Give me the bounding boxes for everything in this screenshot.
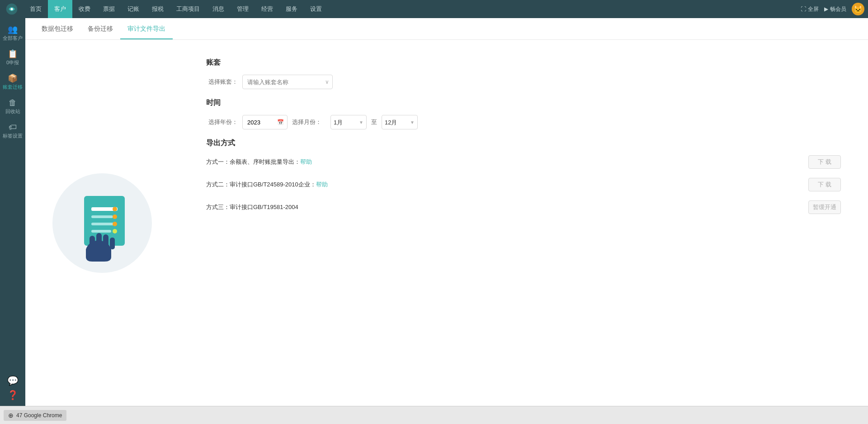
nav-customer[interactable]: 客户 bbox=[48, 0, 72, 18]
end-month-select[interactable]: 1月2月3月4月 5月6月7月8月 9月10月11月12月 bbox=[382, 115, 418, 129]
help-icon[interactable]: ❓ bbox=[7, 390, 19, 400]
main-layout: 👥 全部客户 📋 0申报 📦 账套迁移 🗑 回收站 🏷 标签设置 💬 ❓ 数据包… bbox=[0, 18, 868, 406]
account-select-wrapper: ∨ bbox=[242, 75, 333, 89]
tab-backup-migration[interactable]: 备份迁移 bbox=[80, 25, 120, 39]
svg-rect-5 bbox=[91, 223, 115, 225]
nav-accounting[interactable]: 记账 bbox=[121, 0, 146, 18]
vip-icon: ▶ bbox=[824, 6, 828, 12]
export-method-3-text: 方式三：审计接口GB/T19581-2004 bbox=[206, 203, 801, 211]
sidebar-item-account-migration[interactable]: 📦 账套迁移 bbox=[1, 71, 24, 94]
account-select-row: 选择账套： ∨ bbox=[206, 75, 841, 89]
notification-icon[interactable]: 💬 bbox=[7, 375, 19, 386]
fullscreen-label: 全屏 bbox=[808, 5, 819, 13]
time-controls: 📅 选择月份： 1月2月3月4月 5月6月7月8月 9月10月11月12月 ▼ … bbox=[242, 115, 418, 129]
year-label: 选择年份： bbox=[206, 118, 238, 126]
sidebar-item-all-customers[interactable]: 👥 全部客户 bbox=[1, 22, 24, 45]
export-method-2: 方式二：审计接口GB/T24589-2010企业：帮助 下 载 bbox=[206, 178, 841, 191]
vip-button[interactable]: ▶ 畅会员 bbox=[824, 5, 846, 13]
top-nav: 首页 客户 收费 票据 记账 报税 工商项目 消息 管理 经营 服务 设置 ⛶ … bbox=[0, 0, 868, 18]
nav-message[interactable]: 消息 bbox=[206, 0, 231, 18]
nav-business[interactable]: 工商项目 bbox=[170, 0, 206, 18]
svg-rect-4 bbox=[91, 215, 113, 218]
export-method-2-download-button[interactable]: 下 载 bbox=[808, 178, 841, 191]
svg-rect-15 bbox=[110, 238, 115, 249]
app-logo bbox=[4, 1, 20, 17]
sidebar-item-zero-declare-label: 0申报 bbox=[6, 59, 19, 66]
sidebar-bottom: 💬 ❓ bbox=[7, 375, 19, 406]
svg-point-8 bbox=[113, 214, 117, 219]
tab-audit-export[interactable]: 审计文件导出 bbox=[120, 25, 173, 39]
taskbar: ⊕ 47 Google Chrome bbox=[0, 406, 868, 424]
account-select-label: 选择账套： bbox=[206, 78, 238, 86]
nav-items: 首页 客户 收费 票据 记账 报税 工商项目 消息 管理 经营 服务 设置 bbox=[24, 0, 801, 18]
account-section-title: 账套 bbox=[206, 58, 841, 67]
sidebar-item-zero-declare[interactable]: 📋 0申报 bbox=[1, 46, 24, 70]
form-section: 账套 选择账套： ∨ 时间 选择年份： 📅 bbox=[179, 40, 868, 406]
to-label: 至 bbox=[371, 118, 377, 126]
left-sidebar: 👥 全部客户 📋 0申报 📦 账套迁移 🗑 回收站 🏷 标签设置 💬 ❓ bbox=[0, 18, 25, 406]
user-avatar[interactable]: 🐱 bbox=[852, 3, 864, 15]
month-label: 选择月份： bbox=[292, 118, 321, 126]
year-input[interactable] bbox=[242, 115, 288, 129]
export-method-1: 方式一：余额表、序时账批量导出：帮助 下 载 bbox=[206, 155, 841, 169]
year-input-wrap: 📅 bbox=[242, 115, 288, 129]
illustration-section bbox=[25, 40, 179, 406]
nav-service[interactable]: 服务 bbox=[279, 0, 304, 18]
svg-point-1 bbox=[10, 8, 13, 10]
export-method-1-download-button[interactable]: 下 载 bbox=[808, 155, 841, 169]
tag-settings-icon: 🏷 bbox=[9, 123, 17, 131]
export-section-title: 导出方式 bbox=[206, 138, 841, 148]
zero-declare-icon: 📋 bbox=[8, 50, 18, 58]
sidebar-item-recycle[interactable]: 🗑 回收站 bbox=[1, 95, 24, 119]
dropdown-icon: ∨ bbox=[325, 79, 329, 85]
vip-label: 畅会员 bbox=[830, 5, 846, 13]
svg-rect-14 bbox=[103, 234, 108, 249]
recycle-icon: 🗑 bbox=[9, 99, 17, 107]
export-method-3: 方式三：审计接口GB/T19581-2004 暂缓开通 bbox=[206, 200, 841, 214]
svg-rect-6 bbox=[91, 230, 111, 233]
account-migration-icon: 📦 bbox=[8, 74, 18, 82]
export-method-2-help-link[interactable]: 帮助 bbox=[316, 181, 328, 188]
sidebar-item-recycle-label: 回收站 bbox=[5, 108, 20, 115]
chrome-icon: ⊕ bbox=[8, 412, 14, 419]
export-method-3-open-button[interactable]: 暂缓开通 bbox=[808, 200, 841, 214]
svg-point-9 bbox=[113, 222, 117, 226]
sidebar-item-account-migration-label: 账套迁移 bbox=[3, 84, 23, 91]
content-area: 数据包迁移 备份迁移 审计文件导出 bbox=[25, 18, 868, 406]
sidebar-item-tag-settings-label: 标签设置 bbox=[3, 133, 23, 139]
svg-point-7 bbox=[113, 207, 117, 211]
fullscreen-button[interactable]: ⛶ 全屏 bbox=[801, 5, 819, 13]
taskbar-chrome-label: 47 Google Chrome bbox=[16, 412, 62, 419]
time-row: 选择年份： 📅 选择月份： 1月2月3月4月 5月6月7月8月 9月10月11月… bbox=[206, 115, 841, 129]
export-method-2-text: 方式二：审计接口GB/T24589-2010企业：帮助 bbox=[206, 181, 801, 189]
export-method-1-help-link[interactable]: 帮助 bbox=[300, 158, 312, 165]
account-select-input[interactable] bbox=[242, 75, 333, 89]
start-month-wrap: 1月2月3月4月 5月6月7月8月 9月10月11月12月 ▼ bbox=[330, 115, 367, 129]
export-method-2-label: 方式二：审计接口GB/T24589-2010企业： bbox=[206, 181, 316, 188]
sidebar-item-all-customers-label: 全部客户 bbox=[3, 35, 23, 42]
all-customers-icon: 👥 bbox=[8, 25, 18, 33]
svg-rect-12 bbox=[90, 236, 95, 249]
svg-rect-13 bbox=[96, 233, 102, 249]
tab-data-migration[interactable]: 数据包迁移 bbox=[34, 25, 80, 39]
illustration-circle bbox=[52, 173, 152, 273]
top-nav-right: ⛶ 全屏 ▶ 畅会员 🐱 bbox=[801, 3, 864, 15]
page-content: 账套 选择账套： ∨ 时间 选择年份： 📅 bbox=[25, 40, 868, 406]
export-method-1-label: 方式一：余额表、序时账批量导出： bbox=[206, 158, 300, 165]
svg-point-10 bbox=[113, 229, 117, 233]
tab-bar: 数据包迁移 备份迁移 审计文件导出 bbox=[25, 18, 868, 40]
sidebar-item-tag-settings[interactable]: 🏷 标签设置 bbox=[1, 119, 24, 143]
export-method-1-text: 方式一：余额表、序时账批量导出：帮助 bbox=[206, 158, 801, 166]
start-month-select[interactable]: 1月2月3月4月 5月6月7月8月 9月10月11月12月 bbox=[330, 115, 367, 129]
nav-fee[interactable]: 收费 bbox=[72, 0, 97, 18]
nav-tax[interactable]: 报税 bbox=[146, 0, 170, 18]
nav-invoice[interactable]: 票据 bbox=[97, 0, 121, 18]
nav-settings[interactable]: 设置 bbox=[304, 0, 328, 18]
nav-manage[interactable]: 管理 bbox=[231, 0, 255, 18]
taskbar-chrome-item[interactable]: ⊕ 47 Google Chrome bbox=[4, 410, 66, 421]
fullscreen-icon: ⛶ bbox=[801, 6, 806, 12]
nav-operation[interactable]: 经营 bbox=[255, 0, 279, 18]
end-month-wrap: 1月2月3月4月 5月6月7月8月 9月10月11月12月 ▼ bbox=[382, 115, 418, 129]
nav-home[interactable]: 首页 bbox=[24, 0, 48, 18]
time-section-title: 时间 bbox=[206, 98, 841, 108]
